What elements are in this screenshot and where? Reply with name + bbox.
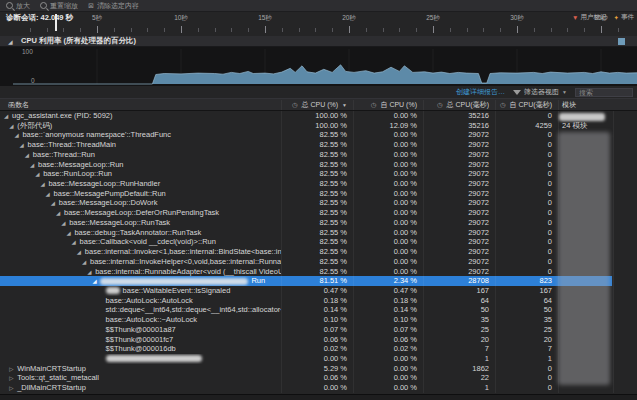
table-row[interactable]: ◢base::internal::InvokeHelper<0,void,bas… <box>0 257 637 267</box>
collapse-icon[interactable]: ◢ <box>9 122 17 131</box>
collapse-icon[interactable]: ◢ <box>30 161 38 170</box>
collapse-icon[interactable]: ◢ <box>35 170 43 179</box>
row-gutter <box>613 296 637 306</box>
cell-self_pct: 2.34 % <box>353 276 423 286</box>
chevron-down-icon: ▼ <box>562 89 567 95</box>
table-row[interactable]: base::WaitableEvent::IsSignaled0.47 %0.4… <box>0 286 637 296</box>
collapse-icon[interactable]: ◢ <box>51 199 59 208</box>
table-row[interactable]: base::AutoLock::AutoLock0.18 %0.18 %6464 <box>0 296 637 306</box>
table-row[interactable]: ◢base::Thread::ThreadMain82.55 %0.00 %29… <box>0 140 637 150</box>
table-row[interactable]: ◢base::MessagePumpDefault::Run82.55 %0.0… <box>0 189 637 199</box>
cell-self_ms: 0 <box>495 208 558 218</box>
collapse-icon[interactable]: ◢ <box>77 248 85 257</box>
table-row[interactable]: ▷_DllMainCRTStartup0.00 %0.00 %10 <box>0 383 637 393</box>
table-row[interactable]: ◢base::MessageLoop::Run82.55 %0.00 %2907… <box>0 160 637 170</box>
column-header-module[interactable]: 模块 <box>558 100 613 110</box>
cell-total_pct: 0.06 % <box>281 373 353 383</box>
cell-self_ms: 0 <box>495 237 558 247</box>
table-row[interactable]: std::deque<__int64,std::deque<__int64,st… <box>0 305 637 315</box>
call-tree-header: 函数名 ◷ 总 CPU (%) ▼ ◷ 自 CPU (%) ◷ 总 CPU(毫秒… <box>0 99 637 111</box>
collapse-icon[interactable]: ◢ <box>92 277 100 286</box>
collapse-icon[interactable]: ◢ <box>56 209 64 218</box>
cpu-utilization-chart[interactable]: 100 0 <box>0 47 637 87</box>
ruler-tick <box>215 28 216 32</box>
table-row[interactable]: 0.00 %0.00 %11 <box>0 354 637 364</box>
cell-self_ms: 35 <box>495 315 558 325</box>
column-header-total-cpu-pct[interactable]: ◷ 总 CPU (%) ▼ <box>281 100 353 110</box>
table-row[interactable]: ◢base::Callback<void __cdecl(void)>::Run… <box>0 237 637 247</box>
table-row[interactable]: ◢base::debug::TaskAnnotator::RunTask82.5… <box>0 228 637 238</box>
expand-icon[interactable]: ▷ <box>9 365 17 374</box>
redaction-blur-module-column <box>558 132 610 385</box>
collapse-icon[interactable]: ◢ <box>4 112 12 121</box>
clock-icon: ◷ <box>500 101 506 108</box>
ruler-labels: 5秒10秒15秒20秒25秒30秒35秒 <box>0 14 637 23</box>
table-row[interactable]: ◢ugc_assistant.exe (PID: 5092)100.00 %0.… <box>0 111 637 121</box>
collapse-icon[interactable]: ◢ <box>46 190 54 199</box>
cpu-graph-header[interactable]: ◢ CPU 利用率 (所有处理器的百分比) <box>0 36 637 47</box>
table-row[interactable]: ◢base::RunLoop::Run82.55 %0.00 %290720 <box>0 169 637 179</box>
legend-label: 用户标记 <box>581 13 607 22</box>
table-row[interactable]: ◢(外部代码)100.00 %12.09 %35216425924 模块 <box>0 121 637 131</box>
ruler-tick <box>601 26 602 33</box>
filter-view-dropdown[interactable]: 筛选器视图 ▼ <box>513 87 567 97</box>
cell-self_ms: 0 <box>495 247 558 257</box>
table-row[interactable]: ◢base::`anonymous namespace'::ThreadFunc… <box>0 130 637 140</box>
reset-zoom-button[interactable]: 重置缩放 <box>40 1 78 11</box>
expand-icon[interactable]: ▷ <box>9 374 17 383</box>
expand-icon[interactable]: ▷ <box>9 384 17 393</box>
collapse-icon[interactable]: ◢ <box>20 141 28 150</box>
table-row[interactable]: ◢base::MessageLoop::DoWork82.55 %0.00 %2… <box>0 198 637 208</box>
column-header-self-cpu-ms[interactable]: ◷ 自 CPU(毫秒) <box>495 100 558 110</box>
create-detailed-report-link[interactable]: 创建详细报告… <box>456 87 505 97</box>
collapse-icon[interactable]: ◢ <box>8 38 16 45</box>
cell-total_ms: 35 <box>423 315 495 325</box>
search-input[interactable] <box>575 88 633 97</box>
row-gutter <box>613 169 637 179</box>
row-gutter <box>613 325 637 335</box>
table-row[interactable]: ▷WinMainCRTStartup5.29 %0.00 %18620 <box>0 364 637 374</box>
cell-self_pct: 0.00 % <box>353 257 423 267</box>
clear-selection-label: 清除选定内容 <box>97 1 139 11</box>
column-header-total-cpu-ms[interactable]: ◷ 总 CPU(毫秒) <box>423 100 495 110</box>
cell-self_pct: 0.00 % <box>353 383 423 393</box>
function-name: Tools::qt_static_metacall <box>17 373 99 382</box>
table-row[interactable]: ◢base::Thread::Run82.55 %0.00 %290720 <box>0 150 637 160</box>
collapse-icon[interactable]: ◢ <box>25 151 33 160</box>
table-row[interactable]: $$Thunk@00001fc70.06 %0.06 %2020 <box>0 335 637 345</box>
table-row[interactable]: ◢base::MessageLoop::RunTask82.55 %0.00 %… <box>0 218 637 228</box>
cell-total_ms: 29072 <box>423 160 495 170</box>
table-row[interactable]: base::AutoLock::~AutoLock0.10 %0.10 %353… <box>0 315 637 325</box>
table-row[interactable]: ◢base::internal::RunnableAdapter<void (_… <box>0 267 637 277</box>
cell-total_pct: 82.55 % <box>281 169 353 179</box>
table-row[interactable]: ◢base::MessageLoop::DeferOrRunPendingTas… <box>0 208 637 218</box>
collapse-icon[interactable]: ◢ <box>72 238 80 247</box>
collapse-icon[interactable]: ◢ <box>87 268 95 277</box>
table-row[interactable]: ▷Tools::qt_static_metacall0.06 %0.00 %22… <box>0 373 637 383</box>
table-row[interactable]: ◢base::MessageLoop::RunHandler82.55 %0.0… <box>0 179 637 189</box>
cell-self_ms: 823 <box>495 276 558 286</box>
collapse-icon[interactable]: ◢ <box>82 258 90 267</box>
row-gutter <box>613 383 637 393</box>
clear-selection-button[interactable]: ⊠ 清除选定内容 <box>88 1 139 11</box>
function-name: base::internal::Invoker<1,base::internal… <box>85 247 281 256</box>
column-header-self-cpu-pct[interactable]: ◷ 自 CPU (%) <box>353 100 423 110</box>
cell-self_ms: 0 <box>495 383 558 393</box>
table-row[interactable]: $$Thunk@000016db0.02 %0.02 %77 <box>0 344 637 354</box>
cell-total_ms: 29072 <box>423 189 495 199</box>
row-gutter <box>613 373 637 383</box>
zoom-in-button[interactable]: 放大 <box>6 1 30 11</box>
collapse-icon[interactable]: ◢ <box>61 219 69 228</box>
table-row[interactable]: ◢base::internal::Invoker<1,base::interna… <box>0 247 637 257</box>
timeline-ruler[interactable] <box>0 23 637 37</box>
filter-label: 筛选器视图 <box>524 87 559 97</box>
column-header-function-name[interactable]: 函数名 <box>0 100 281 110</box>
cell-total_pct: 0.10 % <box>281 315 353 325</box>
cell-total_pct: 100.00 % <box>281 121 353 131</box>
ruler-tick <box>399 28 400 32</box>
cell-total_pct: 82.55 % <box>281 198 353 208</box>
detail-toolbar: 创建详细报告… 筛选器视图 ▼ <box>0 86 637 99</box>
table-row[interactable]: $$Thunk@00001a870.07 %0.07 %2525 <box>0 325 637 335</box>
table-row-selected[interactable]: ◢Run81.51 %2.34 %28708823 <box>0 276 637 286</box>
timeline-cursor[interactable] <box>55 14 57 31</box>
